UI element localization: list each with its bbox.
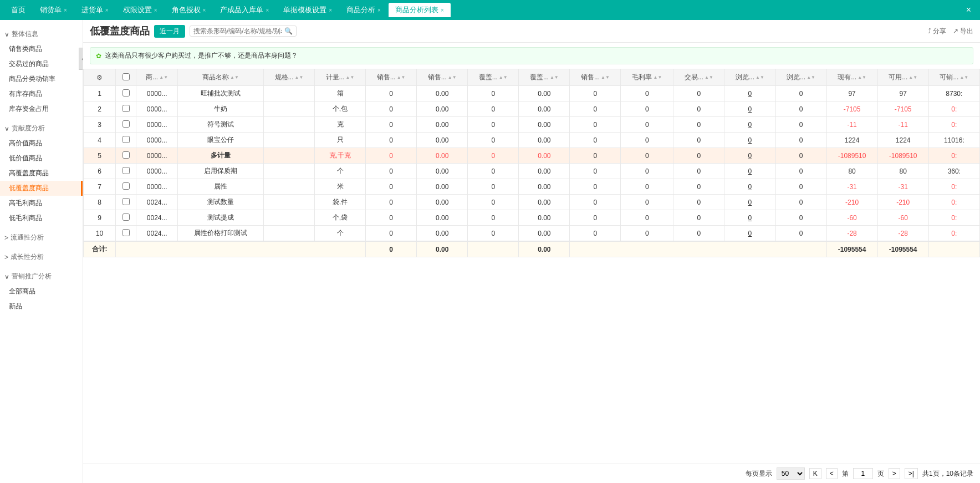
sidebar-item[interactable]: 有库存商品 [0,87,83,101]
column-header-cover1[interactable]: 覆盖...▲▼ [468,69,519,86]
sidebar-item[interactable]: 商品分类动销率 [0,72,83,87]
nav-tab-close[interactable]: × [329,7,332,13]
column-header-gross_rate[interactable]: 毛利率▲▼ [621,69,673,86]
row-checkbox-input[interactable] [122,167,130,174]
row-checkbox-input[interactable] [122,213,130,221]
search-icon[interactable]: 🔍 [284,27,293,35]
sort-icon[interactable]: ▲▼ [397,75,406,80]
browse-link[interactable]: 0 [748,121,752,129]
browse-link[interactable]: 0 [748,214,752,222]
sort-icon[interactable]: ▲▼ [346,75,355,80]
sort-icon[interactable]: ▲▼ [959,75,968,80]
sidebar-item[interactable]: 低毛利商品 [0,211,83,226]
nav-tab[interactable]: 单据模板设置× [277,3,339,17]
row-browse1[interactable]: 0 [724,117,775,133]
nav-tab-close[interactable]: × [203,7,206,13]
column-header-name[interactable]: 商品名称▲▼ [178,69,264,86]
row-checkbox[interactable] [116,226,136,242]
row-browse1[interactable]: 0 [724,86,775,101]
column-header-current_stock[interactable]: 现有...▲▼ [826,69,877,86]
sort-icon[interactable]: ▲▼ [653,75,662,80]
nav-tab[interactable]: 商品分析× [340,3,387,17]
sort-icon[interactable]: ▲▼ [550,75,559,80]
browse-link[interactable]: 0 [748,90,752,98]
browse-link[interactable]: 0 [748,230,752,237]
row-browse1[interactable]: 0 [724,101,775,117]
row-checkbox[interactable] [116,210,136,226]
row-checkbox[interactable] [116,179,136,195]
column-header-trans[interactable]: 交易...▲▼ [673,69,724,86]
settings-icon[interactable]: ⚙ [96,74,103,82]
last-page-button[interactable]: >| [905,468,918,479]
search-input[interactable] [193,27,282,35]
column-header-browse1[interactable]: 浏览...▲▼ [724,69,775,86]
row-browse1[interactable]: 0 [724,133,775,148]
sort-icon[interactable]: ▲▼ [448,75,457,80]
sort-icon[interactable]: ▲▼ [908,75,917,80]
nav-tab[interactable]: 商品分析列表× [389,3,451,17]
nav-tab[interactable]: 角色授权× [165,3,213,17]
sidebar-group-header[interactable]: >流通性分析 [0,230,83,245]
row-checkbox[interactable] [116,164,136,179]
sidebar-item[interactable]: 低覆盖度商品 [0,181,83,196]
sort-icon[interactable]: ▲▼ [601,75,610,80]
row-checkbox-input[interactable] [122,182,130,190]
row-checkbox-input[interactable] [122,136,130,143]
sort-icon[interactable]: ▲▼ [705,75,713,80]
page-size-select[interactable]: 50100200 [777,467,805,480]
row-browse1[interactable]: 0 [724,148,775,164]
row-browse1[interactable]: 0 [724,164,775,179]
row-browse1[interactable]: 0 [724,210,775,226]
sort-icon[interactable]: ▲▼ [295,75,304,80]
row-checkbox-input[interactable] [122,229,130,236]
row-checkbox-input[interactable] [122,89,130,96]
browse-link[interactable]: 0 [748,105,752,113]
row-checkbox[interactable] [116,117,136,133]
row-checkbox-input[interactable] [122,105,130,112]
sidebar-group-header[interactable]: ∨营销推广分析 [0,269,83,284]
browse-link[interactable]: 0 [748,167,752,175]
row-checkbox[interactable] [116,133,136,148]
column-header-cover2[interactable]: 覆盖...▲▼ [519,69,570,86]
sidebar-collapse-button[interactable]: « [79,48,83,70]
sidebar-group-header[interactable]: >成长性分析 [0,250,83,265]
nav-tab-close[interactable]: × [266,7,269,13]
sort-icon[interactable]: ▲▼ [230,75,239,80]
browse-link[interactable]: 0 [748,152,752,160]
column-header-sales_qty[interactable]: 销售...▲▼ [366,69,417,86]
column-header-available[interactable]: 可用...▲▼ [877,69,928,86]
page-input[interactable] [853,468,873,479]
export-button[interactable]: ↗ 导出 [953,27,973,36]
sidebar-item[interactable]: 高价值商品 [0,136,83,151]
column-header-sales_amt[interactable]: 销售...▲▼ [417,69,468,86]
nav-tab[interactable]: 权限设置× [116,3,164,17]
share-button[interactable]: ⤴ 分享 [928,27,946,36]
sort-icon[interactable]: ▲▼ [858,75,866,80]
period-button[interactable]: 近一月 [154,25,185,38]
nav-tab[interactable]: 进货单× [75,3,115,17]
row-browse1[interactable]: 0 [724,226,775,242]
column-header-sellable[interactable]: 可销...▲▼ [928,69,979,86]
row-checkbox-input[interactable] [122,151,130,159]
browse-link[interactable]: 0 [748,136,752,144]
nav-tab[interactable]: 销货单× [33,3,74,17]
column-header-spec[interactable]: 规格...▲▼ [263,69,314,86]
browse-link[interactable]: 0 [748,199,752,206]
sort-icon[interactable]: ▲▼ [756,75,764,80]
column-header-browse2[interactable]: 浏览...▲▼ [775,69,826,86]
row-checkbox-input[interactable] [122,198,130,205]
column-header-code[interactable]: 商...▲▼ [136,69,178,86]
row-browse1[interactable]: 0 [724,179,775,195]
sidebar-item[interactable]: 库存资金占用 [0,101,83,116]
next-page-button[interactable]: > [889,468,900,479]
row-checkbox[interactable] [116,86,136,101]
sidebar-item[interactable]: 低价值商品 [0,151,83,166]
column-header-unit[interactable]: 计量...▲▼ [314,69,365,86]
nav-tab-close[interactable]: × [64,7,67,13]
row-checkbox[interactable] [116,195,136,210]
prev-page-button[interactable]: < [826,468,838,479]
sidebar-group-header[interactable]: ∨贡献度分析 [0,121,83,136]
row-checkbox-input[interactable] [122,120,130,128]
sidebar-item[interactable]: 交易过的商品 [0,57,83,72]
window-close-button[interactable]: × [962,3,976,17]
